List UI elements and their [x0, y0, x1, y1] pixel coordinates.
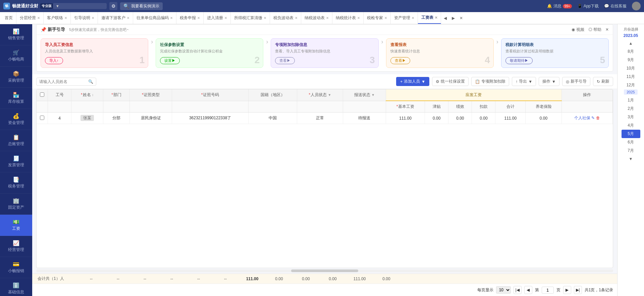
- tab-taxstat[interactable]: 纳税统计表✕: [332, 12, 364, 24]
- help-link[interactable]: ◎ 帮助: [588, 27, 601, 33]
- step2-btn[interactable]: 设置▶: [160, 57, 180, 64]
- newguide-btn[interactable]: ◎ 新手引导: [562, 77, 590, 86]
- demo-search[interactable]: 🔍 我要看实例演示: [120, 2, 163, 10]
- month-2[interactable]: 2月: [622, 104, 640, 113]
- tab-home[interactable]: 首页: [1, 12, 16, 24]
- search-input[interactable]: [39, 79, 86, 84]
- close-icon[interactable]: ✕: [412, 16, 414, 20]
- sidebar-item-asset[interactable]: 🏢 固定资产: [0, 194, 32, 215]
- tab-tax[interactable]: 税务申报✕: [176, 12, 204, 24]
- avatar[interactable]: [632, 2, 641, 10]
- search-icon[interactable]: 🔍: [88, 79, 93, 84]
- month-5[interactable]: 5月: [622, 130, 640, 138]
- month-10[interactable]: 10月: [622, 64, 640, 73]
- tab-yindao[interactable]: 引导说明✕: [71, 12, 98, 24]
- select-all-checkbox[interactable]: [40, 92, 44, 97]
- month-1[interactable]: 1月: [622, 96, 640, 104]
- tab-kehu[interactable]: 客户联络✕: [44, 12, 71, 24]
- tab-salary[interactable]: 工资表✕: [418, 12, 441, 24]
- page-next-btn[interactable]: ▶: [563, 286, 571, 294]
- close-icon[interactable]: ✕: [92, 16, 94, 20]
- sidebar-item-invoice[interactable]: 🧾 发票管理: [0, 151, 32, 172]
- status-filter-icon[interactable]: ▼: [328, 93, 331, 97]
- tab-close-all[interactable]: ✕: [457, 12, 465, 24]
- social-setting-btn[interactable]: ⚙ 统一社保设置: [432, 77, 469, 86]
- delete-icon[interactable]: 🗑: [596, 116, 600, 120]
- month-4[interactable]: 4月: [622, 121, 640, 130]
- tab-product[interactable]: 往来单位商品编码✕: [133, 12, 176, 24]
- td-ops[interactable]: 个人社保 ✎ 🗑: [561, 113, 612, 124]
- tab-income[interactable]: 所得税汇算清缴✕: [231, 12, 270, 24]
- add-person-btn[interactable]: + 添加人员 ▼: [396, 77, 429, 86]
- step3-btn[interactable]: 查看▶: [275, 57, 295, 64]
- step4-btn[interactable]: 查看▶: [390, 57, 410, 64]
- tab-taxpay[interactable]: 纳税波动表✕: [301, 12, 332, 24]
- tab-burden[interactable]: 税负波动表✕: [270, 12, 301, 24]
- page-input[interactable]: [542, 287, 554, 294]
- close-icon[interactable]: ✕: [127, 16, 129, 20]
- tab-invite[interactable]: 邀请下游客户✕: [98, 12, 133, 24]
- guide-close-btn[interactable]: ✕: [605, 27, 609, 32]
- page-prev-btn[interactable]: ◀: [524, 286, 532, 294]
- close-icon[interactable]: ✕: [64, 16, 67, 20]
- sidebar-item-purchase[interactable]: 📦 采购管理: [0, 67, 32, 88]
- month-down-btn[interactable]: ▼: [627, 155, 635, 163]
- sidebar-item-ecommerce[interactable]: 🛒 小畅电商: [0, 45, 32, 67]
- close-icon[interactable]: ✕: [326, 16, 329, 20]
- sidebar-item-operation[interactable]: 📈 经营管理: [0, 236, 32, 257]
- month-up-btn[interactable]: ▲: [627, 39, 635, 47]
- app-download-btn[interactable]: 📱 App下载: [577, 3, 599, 9]
- edit-icon[interactable]: ✎: [591, 116, 595, 120]
- tab-expert[interactable]: 税检专家✕: [364, 12, 391, 24]
- sidebar-item-expense[interactable]: 💳 小畅报销: [0, 257, 32, 278]
- close-icon[interactable]: ✕: [295, 16, 298, 20]
- page-last-btn[interactable]: ▶|: [574, 286, 582, 294]
- search-box[interactable]: 🔍: [36, 78, 96, 86]
- extra-deduct-btn[interactable]: 📋 专项附加扣除: [471, 77, 509, 86]
- company-selector[interactable]: ▼: [53, 3, 107, 9]
- close-icon[interactable]: ✕: [197, 16, 200, 20]
- horizontal-scrollbar[interactable]: [36, 269, 613, 272]
- tab-prev[interactable]: ◀: [441, 12, 449, 24]
- sidebar-item-taxmgmt[interactable]: 📑 税务管理: [0, 172, 32, 194]
- month-6[interactable]: 6月: [622, 138, 640, 146]
- export-btn[interactable]: ↑ 导出 ▼: [512, 77, 536, 86]
- sidebar-item-inventory[interactable]: 🏪 库存核算: [0, 88, 32, 109]
- msg-btn[interactable]: 🔔 消息 99+: [547, 3, 572, 9]
- scrollbar-thumb[interactable]: [291, 269, 358, 272]
- settings-icon[interactable]: ⚙: [109, 2, 117, 10]
- month-7[interactable]: 7月: [622, 146, 640, 155]
- tab-clear[interactable]: 进入清册✕: [204, 12, 231, 24]
- close-icon[interactable]: ✕: [37, 16, 40, 20]
- page-size-select[interactable]: 10 20 50: [496, 286, 511, 294]
- td-sendstatus: 待报送: [343, 113, 386, 124]
- video-link[interactable]: ◉ 视频: [572, 27, 584, 33]
- sidebar-item-sales[interactable]: 📊 销售管理: [0, 24, 32, 45]
- send-filter-icon[interactable]: ▼: [371, 93, 375, 97]
- sidebar-item-ledger[interactable]: 📋 总账管理: [0, 130, 32, 151]
- online-service-btn[interactable]: 💬 在线客服: [604, 3, 627, 9]
- month-11[interactable]: 11月: [622, 73, 640, 81]
- close-icon[interactable]: ✕: [384, 16, 387, 20]
- sidebar-item-basic[interactable]: ℹ️ 基础信息: [0, 278, 32, 296]
- month-8[interactable]: 8月: [622, 47, 640, 56]
- sidebar-item-salary[interactable]: 💵 工资: [0, 215, 32, 236]
- page-first-btn[interactable]: |◀: [514, 286, 522, 294]
- close-icon[interactable]: ✕: [357, 16, 360, 20]
- close-icon[interactable]: ✕: [170, 16, 173, 20]
- tab-fenchen[interactable]: 分层经营✕: [16, 12, 44, 24]
- close-icon[interactable]: ✕: [264, 16, 266, 20]
- refresh-btn[interactable]: ↻ 刷新: [593, 77, 613, 86]
- row-checkbox[interactable]: [40, 116, 44, 120]
- month-3[interactable]: 3月: [622, 113, 640, 121]
- tab-next[interactable]: ▶: [449, 12, 457, 24]
- step1-btn[interactable]: 导入↑: [45, 57, 63, 64]
- month-12[interactable]: 12月: [622, 81, 640, 89]
- step5-btn[interactable]: 敬请期待▶: [505, 57, 533, 64]
- close-icon[interactable]: ✕: [435, 16, 437, 19]
- sidebar-item-finance[interactable]: 💰 资金管理: [0, 109, 32, 130]
- operate-btn[interactable]: 操作 ▼: [539, 77, 559, 86]
- close-icon[interactable]: ✕: [224, 16, 227, 20]
- tab-asset[interactable]: 资产管理✕: [391, 12, 418, 24]
- month-9[interactable]: 9月: [622, 56, 640, 64]
